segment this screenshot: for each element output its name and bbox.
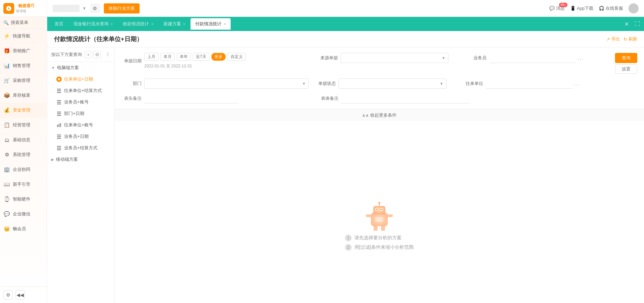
tab-bank[interactable]: 现金银行流水查询 × [69, 18, 117, 30]
note-body-input[interactable] [341, 93, 469, 103]
scheme-panel-title: 按以下方案查询 [51, 52, 83, 58]
wechat-icon: 💬 [3, 211, 10, 217]
topbar-trial-btn[interactable]: 体验行业方案 [104, 3, 140, 13]
scheme-mobile-group: ▶ 移动端方案 [47, 154, 114, 165]
sidebar-item-wechat[interactable]: 💬 企业微信 [0, 207, 47, 221]
svg-rect-16 [57, 148, 61, 149]
svg-rect-12 [57, 134, 61, 135]
filter-settings-btn[interactable]: 设置 [615, 64, 637, 74]
query-btn[interactable]: 查询 [615, 53, 637, 63]
this-year-btn[interactable]: 本年 [177, 53, 191, 61]
tab-bank-close[interactable]: × [111, 22, 113, 26]
sidebar-search[interactable]: 🔍 搜索菜单 [0, 17, 47, 29]
topbar-chevron-icon: ▼ [82, 6, 86, 11]
export-icon: ↗ [606, 37, 610, 42]
tabbar-expand-btn[interactable]: ⛶ [633, 20, 641, 28]
bill-status-select[interactable]: ▼ [339, 79, 446, 89]
scheme-mobile-title[interactable]: ▶ 移动端方案 [47, 154, 114, 165]
dept-label: 部门 [121, 81, 142, 87]
scheme-desktop-title[interactable]: ▼ 电脑端方案 [47, 62, 114, 73]
dept-select[interactable]: ▼ [144, 79, 309, 89]
sidebar-item-inventory[interactable]: 📦 库存核算 [0, 88, 47, 103]
tab-payment[interactable]: 付款情况统计 × [191, 18, 230, 30]
inventory-icon: 📦 [3, 92, 10, 99]
topbar-message-btn[interactable]: 💬 消息 99+ [549, 5, 565, 11]
tab-new-scheme-close[interactable]: × [183, 22, 185, 26]
operation-icon: 📋 [3, 122, 10, 128]
svg-rect-2 [57, 92, 61, 93]
last7-btn[interactable]: 近7天 [193, 53, 209, 61]
tab-receive[interactable]: 收款情况统计 × [118, 18, 158, 30]
note-header-input[interactable] [144, 93, 239, 103]
export-btn[interactable]: ↗ 导出 [606, 36, 620, 42]
scheme-header-actions: + ⚙ [85, 51, 101, 58]
sidebar-item-marketing[interactable]: 🎁 营销推广 [0, 43, 47, 58]
sidebar-item-member[interactable]: 👑 畅会员 [0, 221, 47, 236]
filter-row-2: 部门 ▼ 单据状态 ▼ [121, 79, 637, 89]
more-btn[interactable]: 更多 [211, 53, 226, 61]
refresh-btn[interactable]: ↻ 刷新 [623, 36, 637, 42]
scheme-item-salesman-date[interactable]: 业务员+日期 [47, 131, 114, 142]
tab-receive-close[interactable]: × [151, 22, 153, 26]
collapse-up-icon: ∧∧ [362, 113, 369, 118]
empty-illustration [362, 201, 396, 235]
marketing-icon: 🎁 [3, 48, 10, 54]
scheme-item-salesman-settle[interactable]: 业务员+结算方式 [47, 142, 114, 154]
source-select-arrow: ▼ [442, 56, 445, 60]
filter-section: 单据日期 上月 本月 本年 近7天 更多 自定义 [115, 48, 644, 109]
sidebar-settings-btn[interactable]: ⚙ [3, 290, 13, 300]
salesman-input[interactable] [489, 53, 576, 63]
tab-payment-label: 付款情况统计 [195, 21, 222, 27]
scheme-panel-header: 按以下方案查询 + ⚙ 《 [47, 48, 114, 62]
topbar-user-avatar[interactable] [628, 3, 639, 13]
sidebar-item-hardware[interactable]: ⌚ 智能硬件 [0, 192, 47, 207]
partner-label: 往来单位 [463, 81, 483, 87]
topbar-actions: 💬 消息 99+ 📱 App下载 🎧 在线客服 [549, 3, 639, 13]
scheme-item-salesman-account[interactable]: 业务员+账号 [47, 96, 114, 108]
scheme-add-btn[interactable]: + [85, 51, 92, 58]
sidebar-item-purchase[interactable]: 🛒 采购管理 [0, 73, 47, 88]
collapse-more-btn[interactable]: ∧∧ 收起更多条件 [115, 109, 644, 121]
custom-btn[interactable]: 自定义 [228, 53, 246, 61]
scheme-desktop-group: ▼ 电脑端方案 往来单位+日期 [47, 62, 114, 154]
svg-rect-26 [366, 214, 371, 217]
scheme-item-dept-date[interactable]: 部门+日期 [47, 108, 114, 119]
partner-dots[interactable]: ... [574, 81, 580, 86]
tabbar: 首页 现金银行流水查询 × 收款情况统计 × 新建方案 × 付款情况统计 × ✕… [47, 17, 644, 31]
scheme-item-partner-account[interactable]: 往来单位+账号 [47, 119, 114, 131]
sidebar-item-finance[interactable]: 💰 资金管理 [0, 103, 47, 118]
scheme-item-partner-date[interactable]: 往来单位+日期 [47, 73, 114, 85]
tab-new-scheme[interactable]: 新建方案 × [159, 18, 190, 30]
sidebar-item-cooperation[interactable]: 🏢 企业协同 [0, 162, 47, 177]
logo-icon [3, 3, 14, 14]
topbar-app-btn[interactable]: 📱 App下载 [570, 5, 593, 11]
this-month-btn[interactable]: 本月 [160, 53, 175, 61]
topbar: ▼ ⚙ 体验行业方案 💬 消息 99+ 📱 App下载 🎧 在线客服 [47, 0, 644, 17]
sidebar-item-guide[interactable]: 📖 新手引导 [0, 177, 47, 192]
scheme-item-partner-settle[interactable]: 往来单位+结算方式 [47, 85, 114, 96]
scheme-collapse-btn[interactable]: 《 [103, 51, 110, 58]
date-range: 2022-01-01 至 2022-12-31 [144, 63, 246, 69]
sidebar-item-operation[interactable]: 📋 经营管理 [0, 118, 47, 132]
sidebar-item-sales[interactable]: 📊 销售管理 [0, 58, 47, 73]
filter-salesman: 业务员 ... [466, 53, 608, 63]
tab-home[interactable]: 首页 [50, 18, 68, 30]
sidebar-collapse-btn[interactable]: ◀◀ [16, 290, 25, 300]
tabbar-close-btn[interactable]: ✕ [622, 20, 631, 28]
sidebar-item-system[interactable]: ⚙ 系统管理 [0, 147, 47, 162]
topbar-service-btn[interactable]: 🎧 在线客服 [599, 5, 623, 11]
last-month-btn[interactable]: 上月 [144, 53, 158, 61]
tip-num-1: 1 [345, 235, 352, 241]
salesman-dots[interactable]: ... [578, 55, 584, 61]
scheme-table-icon-4 [56, 133, 62, 140]
source-select[interactable]: ▼ [341, 53, 448, 63]
tab-payment-close[interactable]: × [224, 22, 226, 26]
tip-text-1: 请先选择要分析的方案 [354, 235, 402, 241]
sidebar-item-quicknav[interactable]: ⚡ 快捷导航 [0, 29, 47, 43]
topbar-gear-btn[interactable]: ⚙ [90, 4, 100, 13]
sidebar-item-base[interactable]: 🗂 基础信息 [0, 132, 47, 147]
scheme-settings-btn[interactable]: ⚙ [93, 51, 101, 58]
page-actions: ↗ 导出 ↻ 刷新 [606, 36, 637, 42]
sidebar: 畅捷通巧 标准版 🔍 搜索菜单 ⚡ 快捷导航 🎁 营销推广 📊 销售管理 [0, 0, 47, 303]
partner-input[interactable] [486, 79, 573, 89]
